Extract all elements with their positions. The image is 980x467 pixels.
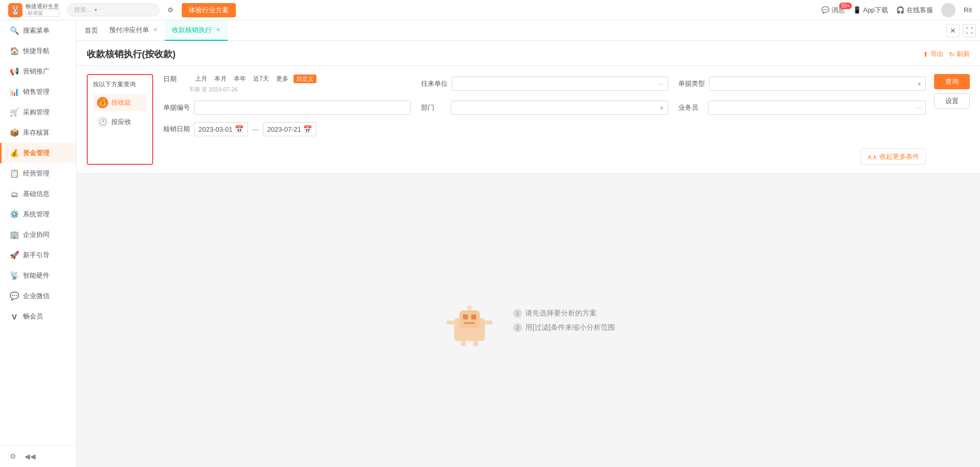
verify-date-start-field[interactable]: 2023-03-01 📅: [194, 122, 248, 136]
chevron-down-dept: ▾: [660, 104, 664, 112]
content-area: 首页 预付冲应付单 ✕ 收款核销执行 ✕ ✕ ⛶ 收款核销执行(按收款) ⬆: [77, 20, 980, 467]
receivable-icon: 🕐: [97, 116, 108, 128]
filter-sidebar: 按以下方案查询 💰 按收款 🕐 按应收: [87, 74, 153, 165]
orderno-input[interactable]: [194, 101, 411, 115]
sidebar-item-operation[interactable]: 📋 经营管理: [0, 163, 76, 184]
sidebar-item-finance[interactable]: 💰 资金管理: [0, 143, 76, 163]
empty-hint-1-text: 请先选择要分析的方案: [525, 309, 597, 318]
finance-icon: 💰: [10, 149, 19, 158]
query-button[interactable]: 查询: [934, 74, 970, 89]
top-bar: 🐰 畅捷通好生意 标准版 搜索... ▾ ⚙ 体验行业方案 💬 消息 99+ 📱…: [0, 0, 980, 20]
sidebar-item-basic[interactable]: 🗂 基础信息: [0, 184, 76, 204]
sidebar: 🔍 搜索菜单 🏠 快捷导航 📢 营销推广 📊 销售管理 🛒 采购管理 📦 库存核…: [0, 20, 77, 467]
filter-area: 按以下方案查询 💰 按收款 🕐 按应收: [77, 66, 980, 174]
sidebar-item-system[interactable]: ⚙️ 系统管理: [0, 204, 76, 225]
dept-field: 部门 ▾: [421, 101, 669, 115]
collapse-sidebar-button[interactable]: ◀◀: [23, 450, 37, 463]
tab-bar-actions: ✕ ⛶: [946, 24, 976, 37]
partner-select[interactable]: ···: [452, 77, 669, 91]
guide-icon: 🚀: [10, 251, 19, 260]
gear-button[interactable]: ⚙: [163, 3, 178, 17]
sidebar-item-enterprise[interactable]: 🏢 企业协同: [0, 225, 76, 245]
tab-prepay-close[interactable]: ✕: [153, 27, 158, 33]
svg-rect-8: [473, 341, 478, 346]
filter-option-by-receipt[interactable]: 💰 按收款: [93, 94, 147, 111]
filter-option-receivable-label: 按应收: [111, 117, 131, 127]
sidebar-item-purchase[interactable]: 🛒 采购管理: [0, 102, 76, 122]
staff-dots: ···: [915, 104, 921, 112]
staff-field: 业务员 ···: [678, 101, 926, 115]
tab-collect-close[interactable]: ✕: [216, 27, 220, 33]
sidebar-item-marketing[interactable]: 📢 营销推广: [0, 61, 76, 82]
chevron-down-doctype: ▾: [918, 80, 921, 88]
chevron-down-icon: ▾: [94, 7, 97, 13]
sidebar-item-label: 企业协同: [23, 230, 50, 239]
date-this-month[interactable]: 本月: [212, 74, 229, 84]
trial-button[interactable]: 体验行业方案: [182, 3, 236, 17]
home-icon: 🏠: [10, 46, 19, 56]
export-button[interactable]: ⬆ 导出: [923, 50, 944, 59]
empty-num-2: 2: [513, 323, 522, 332]
message-button[interactable]: 💬 消息 99+: [821, 6, 845, 15]
close-tab-button[interactable]: ✕: [946, 24, 960, 37]
doctype-select[interactable]: ▾: [709, 77, 926, 91]
filter-settings-button[interactable]: 设置: [934, 93, 970, 109]
date-label: 日期: [163, 75, 189, 84]
collapse-label: 收起更多条件: [879, 152, 919, 161]
settings-bottom-icon[interactable]: ⚙: [6, 450, 19, 463]
empty-hint-1: 1 请先选择要分析的方案: [513, 309, 615, 318]
date-more[interactable]: 更多: [274, 74, 290, 84]
collapse-filters-button[interactable]: ∧∧ 收起更多条件: [861, 149, 926, 165]
brand-name: 畅捷通好生意: [26, 3, 59, 10]
verify-date-start-value: 2023-03-01: [199, 126, 233, 133]
sidebar-item-quick-nav[interactable]: 🏠 快捷导航: [0, 41, 76, 61]
system-icon: ⚙️: [10, 210, 19, 219]
app-download-button[interactable]: 📱 App下载: [853, 6, 888, 15]
date-custom-badge[interactable]: 自定义: [293, 75, 316, 83]
verify-date-end-field[interactable]: 2023-07-21 📅: [263, 122, 317, 136]
search-menu-icon: 🔍: [10, 26, 19, 35]
customer-service-button[interactable]: 🎧 在线客服: [896, 6, 933, 15]
svg-rect-4: [464, 322, 475, 324]
user-avatar[interactable]: [941, 3, 955, 17]
sidebar-item-guide[interactable]: 🚀 新手引导: [0, 245, 76, 265]
search-box[interactable]: 搜索... ▾: [67, 4, 159, 16]
refresh-button[interactable]: ↻ 刷新: [949, 50, 970, 59]
export-label: 导出: [930, 50, 944, 59]
maximize-tab-button[interactable]: ⛶: [963, 24, 976, 37]
sidebar-item-label: 基础信息: [23, 189, 50, 199]
home-tab[interactable]: 首页: [81, 26, 102, 35]
tab-prepay[interactable]: 预付冲应付单 ✕: [102, 20, 165, 41]
sidebar-item-inventory[interactable]: 📦 库存核算: [0, 122, 76, 143]
sidebar-item-label: 企业微信: [23, 291, 50, 301]
wechat-icon: 💬: [10, 291, 19, 301]
date-last-month[interactable]: 上月: [193, 74, 209, 84]
top-bar-right: 💬 消息 99+ 📱 App下载 🎧 在线客服 Rit: [821, 3, 972, 17]
filter-row-1: 日期 上月 本月 本年 近7天 更多 自定义: [163, 74, 926, 93]
date-7days[interactable]: 近7天: [251, 74, 271, 84]
refresh-label: 刷新: [957, 50, 970, 59]
sidebar-item-hardware[interactable]: 📡 智能硬件: [0, 265, 76, 286]
filter-sidebar-title: 按以下方案查询: [93, 80, 147, 89]
sidebar-item-wechat[interactable]: 💬 企业微信: [0, 286, 76, 306]
dept-label: 部门: [421, 103, 447, 112]
empty-hint-2-text: 用[过滤]条件来缩小分析范围: [525, 323, 615, 332]
empty-illustration: [442, 292, 498, 349]
tab-collect[interactable]: 收款核销执行 ✕: [165, 20, 228, 41]
date-this-year[interactable]: 本年: [232, 74, 248, 84]
svg-rect-7: [461, 341, 466, 346]
member-icon: V: [10, 312, 19, 321]
partner-dots: ···: [658, 80, 664, 88]
sidebar-item-sales[interactable]: 📊 销售管理: [0, 82, 76, 102]
sidebar-item-member[interactable]: V 畅会员: [0, 306, 76, 327]
filter-body: 按以下方案查询 💰 按收款 🕐 按应收: [87, 74, 970, 165]
svg-rect-6: [485, 321, 493, 325]
dept-select[interactable]: ▾: [451, 101, 669, 115]
date-field-group: 日期 上月 本月 本年 近7天 更多 自定义: [163, 74, 411, 93]
sidebar-item-label: 新手引导: [23, 251, 50, 260]
username: Rit: [964, 6, 972, 14]
filter-option-by-receivable[interactable]: 🕐 按应收: [93, 113, 147, 131]
sidebar-item-search-menu[interactable]: 🔍 搜索菜单: [0, 20, 76, 41]
sidebar-item-label: 资金管理: [23, 149, 50, 158]
staff-select[interactable]: ···: [708, 101, 926, 115]
